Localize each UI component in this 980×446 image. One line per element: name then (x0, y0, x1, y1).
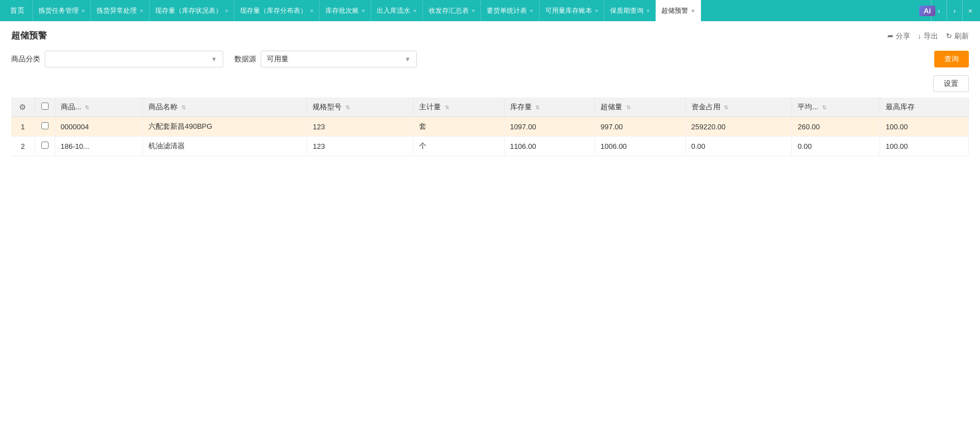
row-product-name: 机油滤清器 (143, 137, 307, 156)
data-table: ⚙ 商品... ⇅ 商品名称 ⇅ 规格型号 ⇅ 主计量 (11, 98, 969, 156)
nav-tab-abnormal[interactable]: 拣货异常处理 × (91, 0, 149, 21)
refresh-icon: ↻ (946, 32, 952, 40)
col-checkbox (35, 98, 55, 117)
col-spec[interactable]: 规格型号 ⇅ (307, 98, 414, 117)
close-icon[interactable]: × (413, 7, 416, 14)
nav-tab-home[interactable]: 首页 (2, 0, 33, 21)
close-icon[interactable]: × (310, 7, 313, 14)
row-product-code: 186-10... (55, 137, 143, 156)
datasource-dropdown-icon: ▼ (405, 56, 411, 62)
nav-tab-avail-stock-label: 可用量库存账本 (545, 6, 592, 16)
category-dropdown-icon: ▼ (211, 56, 217, 62)
close-icon[interactable]: × (646, 7, 650, 14)
close-icon[interactable]: × (81, 7, 85, 14)
col-unit[interactable]: 主计量 ⇅ (414, 98, 504, 117)
filter-actions: 查询 (934, 51, 969, 67)
close-icon[interactable]: × (595, 7, 598, 14)
top-navigation: 首页 拣货任务管理 × 拣货异常处理 × 现存量（库存状况表） × 现存量（库存… (0, 0, 980, 21)
export-icon: ↓ (918, 32, 922, 40)
col-max-stock-label: 最高库存 (886, 103, 915, 111)
close-icon[interactable]: × (691, 7, 694, 14)
close-icon[interactable]: × (530, 7, 533, 14)
row-checkbox-cell (35, 117, 55, 137)
col-overstock-label: 超储量 (601, 103, 622, 111)
row-avg: 0.00 (792, 137, 880, 156)
sort-icon: ⇅ (822, 104, 827, 110)
nav-tab-expiry[interactable]: 保质期查询 × (604, 0, 656, 21)
select-all-checkbox[interactable] (41, 103, 49, 110)
col-capital[interactable]: 资金占用 ⇅ (685, 98, 792, 117)
nav-more-button[interactable]: × (962, 0, 978, 21)
row-unit: 个 (414, 137, 504, 156)
export-button[interactable]: ↓ 导出 (918, 31, 939, 41)
share-label: 分享 (896, 31, 910, 41)
nav-tab-overstock[interactable]: 超储预警 × (656, 0, 700, 21)
ai-badge: Ai (919, 6, 935, 16)
sort-icon: ⇅ (345, 104, 350, 110)
datasource-select[interactable]: 可用量 ▼ (261, 51, 417, 67)
row-spec: 123 (307, 137, 414, 156)
share-icon: ➦ (887, 32, 893, 40)
col-spec-label: 规格型号 (313, 103, 342, 111)
export-label: 导出 (924, 31, 938, 41)
close-icon[interactable]: × (225, 7, 228, 14)
nav-tab-inout-flow-label: 出入库流水 (377, 6, 410, 16)
share-button[interactable]: ➦ 分享 (887, 31, 910, 41)
refresh-button[interactable]: ↻ 刷新 (946, 31, 969, 41)
nav-tab-order-stat[interactable]: 要货单统计表 × (481, 0, 539, 21)
col-unit-label: 主计量 (419, 103, 441, 111)
header-actions: ➦ 分享 ↓ 导出 ↻ 刷新 (887, 31, 969, 41)
row-stock: 1106.00 (504, 137, 594, 156)
col-max-stock[interactable]: 最高库存 (880, 98, 969, 117)
row-checkbox-cell (35, 137, 55, 156)
nav-right-button[interactable]: › (947, 0, 962, 21)
nav-tab-order-stat-label: 要货单统计表 (487, 6, 527, 16)
nav-tab-stock-dist[interactable]: 现存量（库存分布表） × (234, 0, 319, 21)
nav-tab-abnormal-label: 拣货异常处理 (97, 6, 137, 16)
nav-tab-task-mgmt[interactable]: 拣货任务管理 × (33, 0, 91, 21)
query-button[interactable]: 查询 (934, 51, 969, 67)
row-product-code: 0000004 (55, 117, 143, 137)
sort-icon: ⇅ (535, 104, 540, 110)
close-icon[interactable]: × (362, 7, 365, 14)
col-avg[interactable]: 平均... ⇅ (792, 98, 880, 117)
nav-tab-inout-flow[interactable]: 出入库流水 × (371, 0, 422, 21)
nav-tab-avail-stock[interactable]: 可用量库存账本 × (540, 0, 604, 21)
settings-button[interactable]: 设置 (933, 75, 969, 92)
col-product-name[interactable]: 商品名称 ⇅ (143, 98, 307, 117)
category-filter-group: 商品分类 ▼ (11, 51, 223, 67)
sort-icon: ⇅ (181, 104, 186, 110)
col-product-code-label: 商品... (61, 103, 81, 111)
col-stock-label: 库存量 (510, 103, 532, 111)
nav-tab-stock-dist-label: 现存量（库存分布表） (240, 6, 307, 16)
col-product-code[interactable]: 商品... ⇅ (55, 98, 143, 117)
table-header: ⚙ 商品... ⇅ 商品名称 ⇅ 规格型号 ⇅ 主计量 (11, 98, 969, 117)
row-stock: 1097.00 (504, 117, 594, 137)
nav-tab-stock-status[interactable]: 现存量（库存状况表） × (150, 0, 234, 21)
row-product-name: 六配套新昌490BPG (143, 117, 307, 137)
sort-icon: ⇅ (445, 104, 449, 110)
nav-tab-home-label: 首页 (10, 6, 25, 16)
nav-tab-batch[interactable]: 库存批次账 × (320, 0, 371, 21)
row-unit: 套 (414, 117, 504, 137)
row-num: 1 (11, 117, 35, 137)
nav-tab-collect[interactable]: 收发存汇总表 × (423, 0, 481, 21)
col-product-name-label: 商品名称 (148, 103, 177, 111)
main-content: 超储预警 ➦ 分享 ↓ 导出 ↻ 刷新 商品分类 ▼ (0, 21, 980, 446)
close-icon[interactable]: × (140, 7, 143, 14)
col-stock[interactable]: 库存量 ⇅ (504, 98, 594, 117)
gear-icon[interactable]: ⚙ (19, 103, 26, 112)
col-gear[interactable]: ⚙ (11, 98, 35, 117)
datasource-filter-group: 数据源 可用量 ▼ (234, 51, 417, 67)
row-checkbox[interactable] (41, 122, 49, 129)
category-label: 商品分类 (11, 54, 40, 64)
category-select[interactable]: ▼ (45, 51, 223, 67)
close-icon[interactable]: × (472, 7, 475, 14)
col-avg-label: 平均... (798, 103, 818, 111)
sort-icon: ⇅ (85, 104, 89, 110)
row-checkbox[interactable] (41, 142, 49, 149)
datasource-value: 可用量 (267, 54, 405, 64)
datasource-label: 数据源 (234, 54, 256, 64)
col-overstock[interactable]: 超储量 ⇅ (595, 98, 685, 117)
row-avg: 260.00 (792, 117, 880, 137)
